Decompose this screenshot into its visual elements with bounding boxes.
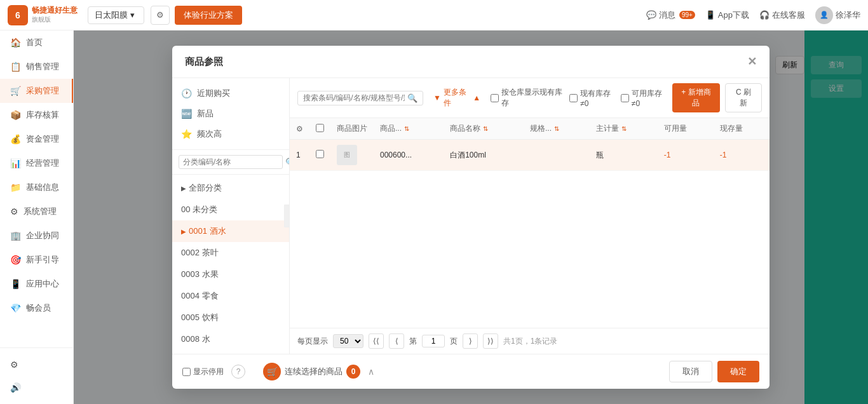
per-page-label: 每页显示: [297, 336, 328, 347]
show-disabled-label[interactable]: 显示停用: [182, 367, 224, 377]
classify-item-all[interactable]: ▶全部分类: [172, 177, 289, 199]
sort-unit[interactable]: 主计量 ⇅: [596, 123, 651, 134]
page-number-input[interactable]: [422, 335, 445, 347]
help-icon[interactable]: ?: [231, 365, 245, 379]
modal-toolbar: 🔍 ▼ 更多条件 ▲ 按仓库显示现有库存: [290, 78, 770, 118]
sidebar-item-appcenter[interactable]: 📱应用中心: [0, 272, 73, 296]
sidebar-item-settings[interactable]: ⚙: [0, 353, 73, 376]
classify-item-c0004[interactable]: 0004 零食: [172, 285, 289, 307]
avatar: 👤: [815, 6, 833, 24]
sort-spec[interactable]: 规格... ⇅: [530, 123, 583, 134]
select-all-checkbox[interactable]: [316, 124, 324, 132]
add-product-button[interactable]: + 新增商品: [672, 83, 721, 112]
search-icon[interactable]: 🔍: [407, 93, 417, 103]
sidebar-item-volume[interactable]: 🔊: [0, 376, 73, 399]
sidebar-item-basic[interactable]: 📁基础信息: [0, 175, 73, 199]
sidebar-item-enterprise[interactable]: 🏢企业协同: [0, 224, 73, 248]
sidebar-item-vip[interactable]: 💎畅会员: [0, 296, 73, 320]
product-search-input[interactable]: [303, 93, 405, 102]
classify-item-c00[interactable]: 00 未分类: [172, 199, 289, 220]
th-gear-icon[interactable]: ⚙: [296, 125, 303, 133]
settings-icon: ⚙: [10, 360, 18, 370]
check-current-stock-label[interactable]: 现有库存≠0: [569, 88, 616, 108]
message-item[interactable]: 💬 消息 99+: [646, 10, 695, 21]
first-page-button[interactable]: ⟨⟨: [369, 333, 384, 349]
next-page-button[interactable]: ⟩: [463, 333, 478, 349]
sidebar-label-biz: 经营管理: [26, 158, 59, 169]
online-service-item[interactable]: 🎧 在线客服: [759, 10, 805, 21]
prev-page-button[interactable]: ⟨: [389, 333, 404, 349]
sidebar-item-purchase[interactable]: 🛒采购管理: [0, 79, 73, 103]
filter-collapse-icon: ▲: [473, 93, 480, 102]
recent-item-frequent[interactable]: ⭐频次高: [172, 124, 289, 144]
classify-item-c0003[interactable]: 0003 水果: [172, 264, 289, 285]
recent-item-recent[interactable]: 🕐近期购买: [172, 83, 289, 104]
classify-search-input[interactable]: [179, 155, 283, 169]
trial-button[interactable]: 体验行业方案: [175, 6, 242, 25]
last-page-button[interactable]: ⟩⟩: [483, 333, 498, 349]
classify-label-c0005: 0005 饮料: [181, 312, 219, 323]
logo-sub: 旗舰版: [32, 15, 78, 24]
main-layout: 🏠首页📋销售管理🛒采购管理📦库存核算💰资金管理📊经营管理📁基础信息⚙系统管理🏢企…: [0, 30, 868, 404]
show-disabled-checkbox[interactable]: [182, 368, 191, 376]
sidebar-item-finance[interactable]: 💰资金管理: [0, 127, 73, 151]
page-label-2: 页: [450, 336, 458, 347]
collapse-panel-button[interactable]: 《: [284, 205, 290, 227]
search-box: 🔍: [297, 91, 423, 105]
classify-item-c0008[interactable]: 0008 水: [172, 328, 289, 350]
nav-selector[interactable]: 日太阳膜 ▾: [88, 6, 144, 24]
classify-item-c0010[interactable]: 0010 家电: [172, 350, 289, 354]
th-unit: 主计量 ⇅: [590, 118, 658, 140]
logo-area: 6 畅捷通好生意 旗舰版: [8, 5, 78, 25]
check-available-input[interactable]: [621, 94, 629, 102]
classify-item-c0005[interactable]: 0005 饮料: [172, 307, 289, 328]
sidebar-item-sales[interactable]: 📋销售管理: [0, 55, 73, 79]
sidebar-item-biz[interactable]: 📊经营管理: [0, 151, 73, 175]
sidebar-icon-purchase: 🛒: [10, 86, 21, 96]
app-download-label: App下载: [718, 10, 749, 21]
sidebar-label-enterprise: 企业协同: [26, 230, 59, 241]
sidebar-item-system[interactable]: ⚙系统管理: [0, 199, 73, 224]
cell-available-0: -1: [658, 140, 714, 171]
check-current-stock-input[interactable]: [569, 94, 578, 102]
confirm-button[interactable]: 确定: [717, 361, 759, 382]
cart-icon[interactable]: 🛒: [263, 363, 281, 380]
help-question-mark: ?: [236, 367, 241, 376]
message-icon: 💬: [646, 10, 656, 20]
sidebar-item-home[interactable]: 🏠首页: [0, 30, 73, 55]
recent-label-new: 新品: [197, 108, 214, 119]
sidebar-label-finance: 资金管理: [26, 133, 59, 145]
recent-section: 🕐近期购买🆕新品⭐频次高: [172, 78, 289, 150]
message-badge: 99+: [679, 11, 695, 19]
app-download-item[interactable]: 📱 App下载: [705, 10, 749, 21]
per-page-select[interactable]: 50: [333, 334, 363, 348]
table-row[interactable]: 1 图 000600... 白酒100ml 瓶 -1 -1: [290, 140, 770, 171]
check-warehouse-label[interactable]: 按仓库显示现有库存: [491, 87, 564, 109]
phone-icon: 📱: [705, 10, 715, 20]
check-available-label[interactable]: 可用库存≠0: [621, 88, 667, 108]
classify-items-container: ▶全部分类00 未分类▶0001 酒水0002 茶叶0003 水果0004 零食…: [172, 177, 289, 354]
cell-spec-0: [524, 140, 590, 171]
row-checkbox-0[interactable]: [316, 150, 324, 158]
sidebar-label-basic: 基础信息: [26, 182, 59, 193]
sort-code[interactable]: 商品... ⇅: [380, 123, 437, 134]
user-item[interactable]: 👤 徐泽华: [815, 6, 860, 24]
sidebar-item-guide[interactable]: 🎯新手引导: [0, 248, 73, 272]
filter-button[interactable]: ▼ 更多条件 ▲: [428, 84, 485, 111]
sort-name[interactable]: 商品名称 ⇅: [450, 123, 517, 134]
refresh-button[interactable]: C 刷新: [725, 83, 762, 112]
check-warehouse-input[interactable]: [491, 94, 499, 102]
classify-item-c0002[interactable]: 0002 茶叶: [172, 242, 289, 264]
filter-label: 更多条件: [444, 87, 470, 109]
sidebar-label-purchase: 采购管理: [26, 85, 59, 97]
classify-label-c0008: 0008 水: [181, 333, 210, 345]
cancel-button[interactable]: 取消: [669, 361, 712, 382]
sidebar-item-inventory[interactable]: 📦库存核算: [0, 103, 73, 127]
collapse-up-button[interactable]: ∧: [368, 367, 374, 377]
recent-item-new[interactable]: 🆕新品: [172, 104, 289, 124]
modal-close-button[interactable]: ✕: [747, 55, 757, 69]
classify-search-icon[interactable]: 🔍: [285, 158, 290, 167]
headset-icon: 🎧: [759, 10, 770, 20]
gear-button[interactable]: ⚙: [151, 6, 170, 25]
classify-item-c0001[interactable]: ▶0001 酒水: [172, 220, 289, 242]
